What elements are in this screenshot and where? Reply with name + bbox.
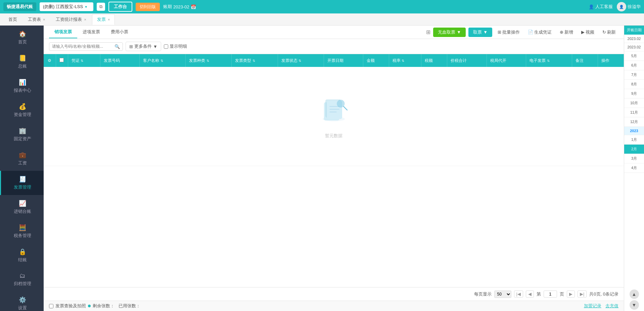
new-icon: ⊕ (560, 30, 563, 35)
month-item-9[interactable]: 9月 (624, 89, 644, 99)
sidebar-item-asset[interactable]: 🏢 固定资产 (0, 122, 44, 147)
report-icon: 📊 (19, 79, 26, 86)
month-item-6[interactable]: 6月 (624, 61, 644, 70)
take-ticket-arrow-icon: ▼ (483, 30, 488, 35)
sub-tab-expense[interactable]: 费用小票 (105, 26, 134, 38)
archive-icon: 🗂 (19, 272, 26, 279)
sidebar-item-ledger[interactable]: 📒 总账 (0, 50, 44, 74)
sidebar-item-settings[interactable]: ⚙️ 设置 (0, 291, 44, 311)
workspace-button[interactable]: 工作台 (108, 2, 132, 12)
sidebar-item-sales[interactable]: 📈 进销台账 (0, 195, 44, 219)
col-invoice-no: 发票号码 (100, 54, 140, 67)
sidebar-item-archive[interactable]: 🗂 归档管理 (0, 268, 44, 291)
sub-tab-inbound[interactable]: 进项发票 (77, 26, 105, 38)
recharge-link[interactable]: 去充值 (605, 303, 618, 309)
col-settings[interactable]: ⚙ (44, 54, 56, 67)
calendar-icon[interactable]: 📅 (191, 4, 196, 9)
open-period-button[interactable]: 开账日期 (624, 26, 644, 35)
tab-invoice-close-icon[interactable]: × (108, 17, 110, 22)
last-page-button[interactable]: ▶| (578, 290, 587, 298)
tab-home[interactable]: 首页 (3, 14, 22, 25)
no-cancel-button[interactable]: 无血取票 ▼ (433, 28, 466, 37)
month-item-7[interactable]: 7月 (624, 70, 644, 80)
tab-salary-table[interactable]: 工资表 × (23, 14, 50, 25)
first-page-button[interactable]: |◀ (514, 290, 523, 298)
month-item-4[interactable]: 4月 (624, 163, 644, 173)
new-button[interactable]: ⊕ 新增 (557, 28, 576, 37)
col-invoice-category[interactable]: 发票类型 ⇅ (232, 54, 278, 67)
sidebar-item-tax[interactable]: 🧮 税务管理 (0, 219, 44, 243)
sidebar-item-home[interactable]: 🏠 首页 (0, 26, 44, 50)
support-label: 人工客服 (595, 4, 613, 10)
page-unit: 页 (560, 291, 564, 297)
col-invoice-type[interactable]: 发票种类 ⇅ (186, 54, 232, 67)
sidebar-item-salary[interactable]: 💼 工资 (0, 147, 44, 171)
filter-arrow-icon: ▼ (153, 44, 157, 49)
gen-voucher-label: 生成凭证 (534, 29, 552, 35)
sales-icon: 📈 (19, 200, 26, 207)
month-item-5[interactable]: 5月 (624, 51, 644, 61)
page-input[interactable] (544, 290, 557, 298)
month-item-12[interactable]: 12月 (624, 117, 644, 127)
batch-op-label: 批量操作 (502, 29, 520, 35)
right-panel: 开账日期 2023.02 2023.02 5月 6月 7月 8月 9月 10月 … (624, 26, 644, 311)
sidebar-item-closing[interactable]: 🔒 结账 (0, 243, 44, 268)
tab-salary-table-close-icon[interactable]: × (43, 17, 45, 22)
empty-icon (317, 94, 351, 127)
month-item-2[interactable]: 2月 (624, 145, 644, 154)
sidebar-label-closing: 结账 (18, 257, 27, 263)
show-detail-checkbox[interactable] (164, 44, 168, 49)
month-item-2023-02-2[interactable]: 2023.02 (624, 43, 644, 51)
col-e-invoice[interactable]: 电子发票 ⇅ (526, 54, 572, 67)
tab-salary-report[interactable]: 工资统计报表 × (51, 14, 91, 25)
video-label: 视频 (586, 29, 594, 35)
support-item[interactable]: 👤 人工客服 (589, 4, 613, 10)
tab-invoice[interactable]: 发票 × (92, 14, 115, 25)
month-item-1[interactable]: 1月 (624, 135, 644, 145)
verify-checkbox[interactable] (49, 304, 53, 308)
switch-old-button[interactable]: 切到旧版 (136, 3, 160, 11)
show-detail-checkbox-wrap[interactable]: 显示明细 (164, 43, 187, 49)
batch-op-button[interactable]: ⊞ 批量操作 (495, 28, 522, 37)
scroll-down-button[interactable]: ▼ (630, 300, 639, 310)
empty-text: 暂元数据 (325, 133, 342, 139)
sidebar-item-fund[interactable]: 💰 资金管理 (0, 98, 44, 122)
sub-tab-outbound[interactable]: 销项发票 (49, 26, 77, 38)
sidebar-item-invoice[interactable]: 🧾 发票管理 (0, 171, 44, 195)
logo: 畅捷通易代账 (3, 2, 36, 11)
filter-icon: ⊞ (129, 44, 133, 49)
next-page-button[interactable]: ▶ (567, 290, 575, 298)
total-text: 共0页, 0条记录 (589, 291, 618, 297)
col-voucher[interactable]: 凭证 ⇅ (68, 54, 100, 67)
user-item[interactable]: 👤 徐溢华 (617, 2, 641, 11)
company-selector[interactable]: (勿删) 江西股宝-LSS ▼ (40, 2, 93, 11)
search-input[interactable] (52, 44, 113, 49)
join-record-link[interactable]: 加盟记录 (584, 303, 601, 309)
col-customer[interactable]: 客户名称 ⇅ (140, 54, 186, 67)
month-item-2023-02-top[interactable]: 2023.02 (624, 35, 644, 43)
month-item-10[interactable]: 10月 (624, 99, 644, 108)
take-ticket-button[interactable]: 取票 ▼ (468, 28, 492, 37)
scroll-up-button[interactable]: ▲ (630, 289, 639, 299)
refresh-button[interactable]: ↻ 刷新 (600, 28, 618, 37)
filter-button[interactable]: ⊞ 更多条件 ▼ (126, 42, 161, 51)
sidebar-item-report[interactable]: 📊 报表中心 (0, 74, 44, 98)
video-button[interactable]: ▶ 视频 (579, 28, 597, 37)
prev-page-button[interactable]: ◀ (526, 290, 534, 298)
col-invoice-status[interactable]: 发票状态 ⇅ (278, 54, 324, 67)
select-all-checkbox[interactable] (59, 58, 64, 62)
per-page-select[interactable]: 50 10 20 100 (494, 290, 511, 298)
month-item-3[interactable]: 3月 (624, 154, 644, 163)
grid-view-icon[interactable]: ⊞ (426, 29, 430, 35)
col-tax-bureau: 税局代开 (487, 54, 526, 67)
sidebar-label-settings: 设置 (18, 305, 27, 311)
invoice-icon: 🧾 (19, 176, 26, 183)
col-total: 价税合计 (447, 54, 487, 67)
month-item-8[interactable]: 8月 (624, 80, 644, 89)
gen-voucher-button[interactable]: 📄 生成凭证 (525, 28, 554, 37)
month-item-11[interactable]: 11月 (624, 108, 644, 117)
copy-button[interactable]: ⧉ (97, 3, 105, 11)
tab-salary-report-close-icon[interactable]: × (84, 17, 86, 22)
month-list: 2023.02 2023.02 5月 6月 7月 8月 9月 10月 11月 1… (624, 35, 644, 288)
col-tax-rate[interactable]: 税率 ⇅ (389, 54, 421, 67)
